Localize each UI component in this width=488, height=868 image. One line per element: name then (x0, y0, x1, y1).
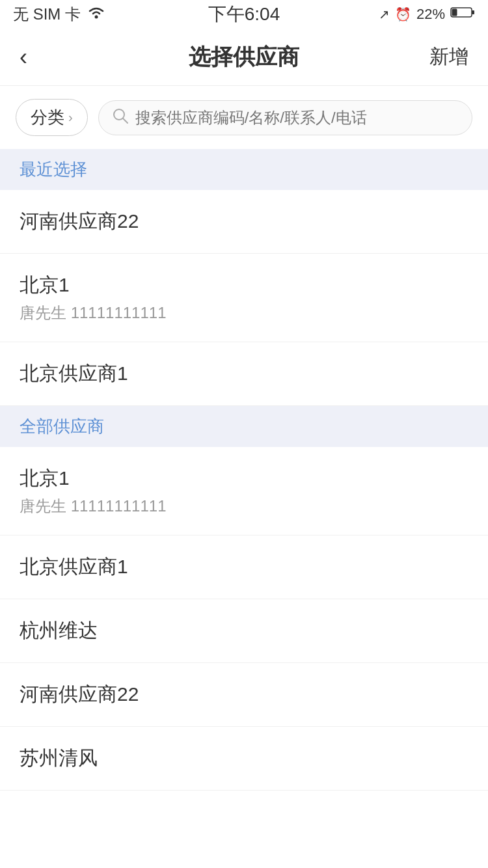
item-name: 北京1 (20, 272, 468, 299)
all-list-item[interactable]: 河南供应商22 (0, 663, 488, 727)
filter-bar: 分类 › (0, 86, 488, 149)
location-icon: ↗ (379, 7, 390, 22)
item-sub: 唐先生 11111111111 (20, 303, 468, 323)
status-right: ↗ ⏰ 22% (379, 6, 475, 23)
svg-point-0 (95, 16, 98, 19)
recent-section-header: 最近选择 (0, 149, 488, 190)
nav-bar: ‹ 选择供应商 新增 (0, 29, 488, 86)
svg-rect-3 (452, 9, 457, 16)
item-name: 杭州维达 (20, 617, 468, 644)
recent-list-item[interactable]: 北京供应商1 (0, 342, 488, 406)
all-section-header: 全部供应商 (0, 406, 488, 447)
back-button[interactable]: ‹ (20, 44, 59, 71)
recent-list-item[interactable]: 河南供应商22 (0, 190, 488, 254)
item-sub: 唐先生 11111111111 (20, 496, 468, 517)
item-name: 北京供应商1 (20, 554, 468, 580)
item-name: 河南供应商22 (20, 681, 468, 708)
add-button[interactable]: 新增 (429, 44, 468, 70)
status-left: 无 SIM 卡 (13, 4, 105, 25)
battery-icon (450, 6, 475, 23)
category-label: 分类 (31, 106, 64, 129)
recent-list: 河南供应商22北京1唐先生 11111111111北京供应商1 (0, 190, 488, 406)
item-name: 北京1 (20, 465, 468, 492)
all-list-item[interactable]: 苏州清风 (0, 727, 488, 791)
search-box[interactable] (98, 100, 472, 135)
page-title: 选择供应商 (189, 42, 299, 72)
search-input[interactable] (135, 109, 459, 127)
carrier-label: 无 SIM 卡 (13, 4, 81, 25)
search-icon (112, 107, 129, 128)
chevron-right-icon: › (68, 110, 73, 125)
all-list-item[interactable]: 杭州维达 (0, 599, 488, 663)
item-name: 苏州清风 (20, 745, 468, 772)
status-bar: 无 SIM 卡 下午6:04 ↗ ⏰ 22% (0, 0, 488, 29)
all-list: 北京1唐先生 11111111111北京供应商1杭州维达河南供应商22苏州清风 (0, 447, 488, 791)
category-button[interactable]: 分类 › (16, 99, 88, 136)
status-time: 下午6:04 (208, 2, 280, 27)
all-list-item[interactable]: 北京1唐先生 11111111111 (0, 447, 488, 536)
svg-rect-2 (472, 10, 474, 14)
item-name: 北京供应商1 (20, 360, 468, 387)
svg-line-5 (123, 118, 128, 123)
all-section-label: 全部供应商 (20, 416, 104, 436)
item-name: 河南供应商22 (20, 208, 468, 235)
recent-section-label: 最近选择 (20, 159, 87, 179)
wifi-icon (87, 5, 105, 23)
battery-label: 22% (416, 6, 445, 23)
recent-list-item[interactable]: 北京1唐先生 11111111111 (0, 254, 488, 342)
alarm-icon: ⏰ (395, 7, 411, 22)
all-list-item[interactable]: 北京供应商1 (0, 536, 488, 599)
